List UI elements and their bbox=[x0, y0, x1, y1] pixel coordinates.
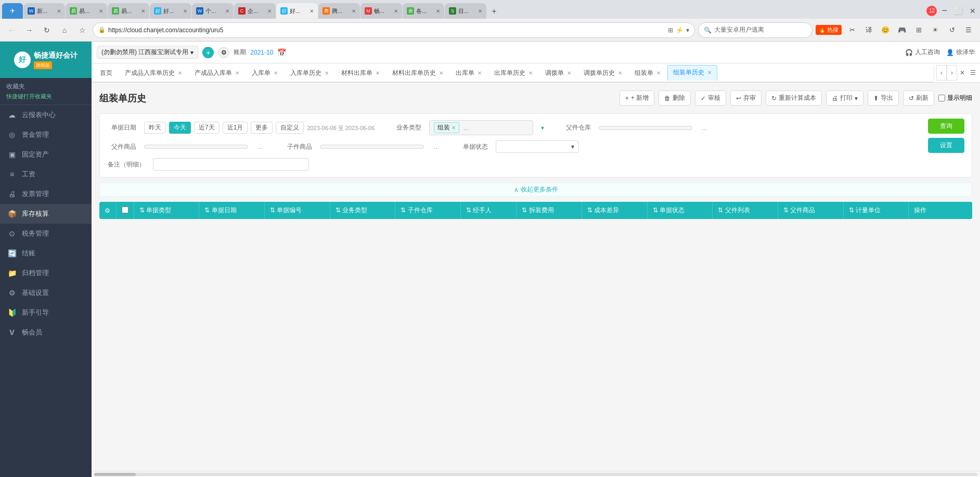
collapse-bar[interactable]: ∧ 收起更多条件 bbox=[99, 183, 972, 197]
back-button[interactable]: ← bbox=[4, 23, 19, 37]
favorites-sub-link[interactable]: 快捷键打开收藏夹 bbox=[6, 93, 85, 100]
sidebar-item-basic-settings[interactable]: ⚙ 基础设置 bbox=[0, 283, 92, 303]
doc-tab-7[interactable]: 出库单 ✕ bbox=[450, 65, 487, 81]
lightning-icon[interactable]: ⚡ bbox=[676, 27, 684, 34]
browser-tab-4[interactable]: 好 好... ✕ bbox=[150, 3, 191, 19]
browser-tab-10[interactable]: 表 各... ✕ bbox=[403, 3, 444, 19]
child-goods-input[interactable] bbox=[320, 145, 424, 149]
doc-tab-2[interactable]: 产成品入库单 ✕ bbox=[189, 65, 245, 81]
col-handler[interactable]: ⇅ 经手人 bbox=[460, 202, 516, 219]
col-parent-goods[interactable]: ⇅ 父件商品 bbox=[778, 202, 843, 219]
sidebar-item-payroll[interactable]: ≡ 工资 bbox=[0, 164, 92, 184]
abandon-button[interactable]: ↩ 弃审 bbox=[730, 91, 762, 106]
doc-tab-6[interactable]: 材料出库单历史 ✕ bbox=[386, 65, 449, 81]
date-custom-btn[interactable]: 自定义 bbox=[276, 122, 304, 134]
window-close-button[interactable]: ✕ bbox=[968, 7, 978, 15]
cut-icon[interactable]: ✂ bbox=[845, 23, 859, 37]
forward-button[interactable]: → bbox=[22, 23, 36, 37]
review-button[interactable]: ✓ 审核 bbox=[695, 91, 726, 106]
game-icon[interactable]: 🎮 bbox=[895, 23, 909, 37]
browser-tab-6[interactable]: C 企... ✕ bbox=[234, 3, 276, 19]
parent-warehouse-input[interactable] bbox=[599, 126, 692, 130]
sidebar-item-fixed-assets[interactable]: ▣ 固定资产 bbox=[0, 145, 92, 164]
doc-tab-12-close[interactable]: ✕ bbox=[707, 70, 712, 75]
doc-tab-home[interactable]: 首页 bbox=[94, 65, 118, 81]
doc-tab-5[interactable]: 材料出库单 ✕ bbox=[336, 65, 385, 81]
window-maximize-button[interactable]: ⬜ bbox=[952, 7, 965, 15]
new-button[interactable]: + + 新增 bbox=[620, 91, 654, 106]
doc-tab-9-close[interactable]: ✕ bbox=[567, 70, 571, 76]
date-more-btn[interactable]: 更多 bbox=[251, 122, 273, 134]
parent-warehouse-more-dots[interactable]: ... bbox=[700, 124, 710, 132]
parent-goods-input[interactable] bbox=[144, 145, 248, 149]
parent-goods-more-dots[interactable]: ... bbox=[256, 143, 265, 150]
doc-tab-4[interactable]: 入库单历史 ✕ bbox=[285, 65, 334, 81]
date-yesterday-btn[interactable]: 昨天 bbox=[144, 122, 166, 134]
qr-code-icon[interactable]: ⊞ bbox=[668, 27, 673, 34]
print-button[interactable]: 🖨 打印 ▾ bbox=[826, 91, 863, 106]
date-today-btn[interactable]: 今天 bbox=[169, 122, 191, 134]
browser-tab-8[interactable]: 腾 腾... ✕ bbox=[318, 3, 360, 19]
recalculate-button[interactable]: ↻ 重新计算成本 bbox=[766, 91, 822, 106]
browser-tab-9[interactable]: M 畅... ✕ bbox=[360, 3, 402, 19]
browser-tab-2[interactable]: 易 易... ✕ bbox=[66, 3, 107, 19]
brightness-icon[interactable]: ☀ bbox=[928, 23, 943, 37]
doc-tab-9[interactable]: 调拨单 ✕ bbox=[539, 65, 577, 81]
settings-button[interactable]: ⚙ bbox=[218, 47, 229, 58]
doc-tab-6-close[interactable]: ✕ bbox=[439, 70, 443, 76]
browser-tab-7[interactable]: 好 好... ✕ bbox=[276, 3, 318, 19]
filter-settings-button[interactable]: 设置 bbox=[928, 138, 964, 153]
doc-tab-11-close[interactable]: ✕ bbox=[656, 70, 661, 76]
date-1month-btn[interactable]: 近1月 bbox=[223, 122, 248, 134]
col-doc-type[interactable]: ⇅ 单据类型 bbox=[134, 202, 199, 219]
browser-tab-5[interactable]: W 个... ✕ bbox=[192, 3, 234, 19]
col-child-warehouse[interactable]: ⇅ 子件仓库 bbox=[395, 202, 461, 219]
doc-tab-1[interactable]: 产成品入库单历史 ✕ bbox=[119, 65, 188, 81]
close-all-tabs-button[interactable]: ✕ bbox=[957, 69, 968, 76]
col-cost-diff[interactable]: ⇅ 成本差异 bbox=[582, 202, 647, 219]
display-detail-checkbox[interactable] bbox=[938, 95, 945, 101]
doc-tab-12[interactable]: 组装单历史 ✕ bbox=[667, 65, 717, 81]
doc-tab-3-close[interactable]: ✕ bbox=[274, 70, 278, 76]
doc-tab-2-close[interactable]: ✕ bbox=[235, 70, 239, 76]
add-company-button[interactable]: + bbox=[202, 47, 214, 58]
col-unit[interactable]: ⇅ 计量单位 bbox=[843, 202, 909, 219]
browser-tab-1[interactable]: W 新... ✕ bbox=[23, 3, 65, 19]
select-all-checkbox[interactable] bbox=[122, 207, 128, 213]
sidebar-item-new-guide[interactable]: 🔰 新手引导 bbox=[0, 303, 92, 323]
biz-type-dropdown-btn[interactable]: ▾ bbox=[541, 124, 544, 132]
window-minimize-button[interactable]: − bbox=[939, 5, 949, 16]
address-bar[interactable]: 🔒 https://cloud.chanjet.com/accounting/u… bbox=[93, 22, 695, 38]
child-goods-more-dots[interactable]: ... bbox=[432, 143, 441, 150]
tab-more-options-button[interactable]: ☰ bbox=[968, 69, 978, 76]
undo-icon[interactable]: ↺ bbox=[945, 23, 959, 37]
remark-input[interactable] bbox=[153, 158, 309, 171]
address-dropdown-icon[interactable]: ▾ bbox=[686, 27, 689, 34]
browser-tab-special[interactable]: ✈ bbox=[2, 3, 23, 19]
status-select[interactable]: ▾ bbox=[496, 140, 579, 153]
doc-tab-4-close[interactable]: ✕ bbox=[325, 70, 329, 76]
new-tab-button[interactable]: + bbox=[487, 4, 501, 19]
sidebar-item-settlement[interactable]: 🔄 结账 bbox=[0, 243, 92, 263]
browser-tab-11[interactable]: S 目... ✕ bbox=[445, 3, 486, 19]
sidebar-item-invoice[interactable]: 🖨 发票管理 bbox=[0, 184, 92, 204]
search-bar[interactable]: 🔍 大量安卓用户逃离 bbox=[698, 22, 813, 38]
user-info[interactable]: 👤 徐泽华 bbox=[946, 48, 975, 57]
date-7days-btn[interactable]: 近7天 bbox=[194, 122, 220, 134]
doc-tab-10[interactable]: 调拨单历史 ✕ bbox=[578, 65, 628, 81]
col-doc-date[interactable]: ⇅ 单据日期 bbox=[199, 202, 265, 219]
sidebar-item-tax[interactable]: ⊙ 税务管理 bbox=[0, 224, 92, 243]
horizontal-scrollbar[interactable] bbox=[92, 471, 980, 477]
scroll-thumb[interactable] bbox=[94, 473, 136, 476]
tab-scroll-right-button[interactable]: › bbox=[947, 65, 957, 81]
table-checkbox-header[interactable] bbox=[116, 202, 134, 219]
home-button[interactable]: ⌂ bbox=[57, 23, 72, 37]
table-settings-header[interactable]: ⚙ bbox=[99, 202, 116, 219]
translate-icon[interactable]: 译 bbox=[861, 23, 876, 37]
biz-type-more-dots[interactable]: ... bbox=[461, 124, 471, 132]
sidebar-item-inventory[interactable]: 📦 库存核算 bbox=[0, 204, 92, 224]
sidebar-item-member[interactable]: V 畅会员 bbox=[0, 323, 92, 342]
tab-scroll-left-button[interactable]: ‹ bbox=[936, 65, 947, 81]
doc-tab-3[interactable]: 入库单 ✕ bbox=[246, 65, 283, 81]
query-button[interactable]: 查询 bbox=[928, 119, 964, 134]
